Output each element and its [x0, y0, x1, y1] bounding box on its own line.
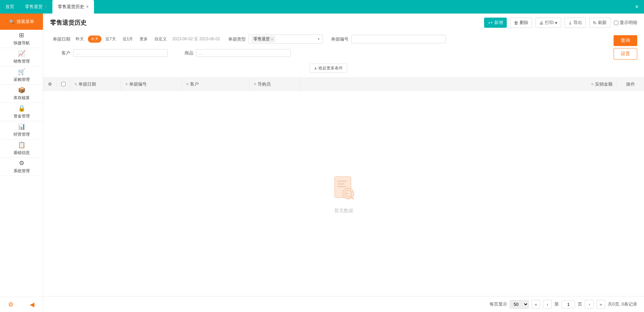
table-header: ⚙ ⇅ 单据日期 ⇅ 单据编号 ⇅ 客户 — [43, 78, 644, 91]
tab-retail-return-history-close[interactable]: × — [86, 4, 89, 9]
sidebar-item-operations-mgmt[interactable]: 📊 经营管理 — [0, 121, 43, 139]
sort-no-icon: ⇅ — [125, 82, 128, 86]
finance-icon: 🔒 — [18, 105, 25, 112]
settings-gear-icon: ⚙ — [8, 301, 14, 308]
tab-retail-return-history[interactable]: 零售退货历史 × — [52, 0, 94, 14]
goods-label: 商品 — [173, 50, 193, 56]
customer-select[interactable]: ... — [73, 49, 168, 57]
total-label: 共0页, 0条记录 — [608, 301, 637, 307]
customer-label: 客户 — [50, 50, 70, 56]
sidebar-item-quick-nav[interactable]: ⊞ 快捷导航 — [0, 30, 43, 48]
svg-rect-3 — [337, 186, 346, 187]
sidebar-search[interactable]: 🔍 搜索菜单 — [0, 14, 43, 30]
date-opt-more[interactable]: 更多 — [137, 36, 150, 43]
th-gear[interactable]: ⚙ — [43, 78, 57, 90]
date-opt-7days[interactable]: 近7天 — [103, 36, 119, 43]
th-guide[interactable]: ⇅ 导购员 — [249, 78, 300, 90]
query-btn[interactable]: 查询 — [614, 35, 637, 46]
per-page-select[interactable]: 50 20 100 — [510, 300, 529, 309]
basic-info-icon: 📋 — [18, 141, 25, 149]
collapse-icon: ◀ — [30, 301, 34, 308]
setting-btn[interactable]: 设置 — [614, 48, 637, 60]
collapse-up-icon: ∧ — [314, 66, 317, 71]
empty-text: 暂无数据 — [334, 208, 353, 214]
th-check[interactable] — [57, 78, 70, 90]
date-options: 昨天 今天 近7天 近1月 更多 自定义 2023-06-02 至 2023-0… — [73, 36, 220, 43]
refresh-icon: ↻ — [593, 20, 597, 25]
tab-retail-return-close[interactable]: × — [45, 4, 47, 9]
next-page-btn[interactable]: › — [585, 300, 594, 309]
export-btn[interactable]: ⤓ 导出 — [565, 18, 586, 28]
goods-select[interactable]: ... — [196, 49, 291, 57]
goods-field: 商品 ... — [173, 49, 291, 57]
sidebar-collapse-btn[interactable]: ◀ — [22, 297, 43, 312]
filter-cols: 单据日期 昨天 今天 近7天 近1月 更多 自定义 2023-06-02 至 2… — [50, 35, 607, 74]
new-btn[interactable]: + + 新增 — [484, 18, 507, 28]
page-header-top: 零售退货历史 + + 新增 🗑 删除 🖨 打印 ▾ — [50, 18, 637, 28]
filter-row-1: 单据日期 昨天 今天 近7天 近1月 更多 自定义 2023-06-02 至 2… — [50, 35, 607, 44]
next-page-icon: › — [589, 302, 590, 307]
print-dropdown-icon: ▾ — [555, 20, 557, 25]
svg-rect-2 — [337, 183, 345, 184]
tab-retail-return[interactable]: 零售退货 × — [20, 0, 52, 14]
toolbar: + + 新增 🗑 删除 🖨 打印 ▾ ⤓ 导出 — [484, 18, 637, 28]
goods-placeholder: ... — [199, 50, 203, 55]
first-page-icon: « — [535, 302, 537, 307]
th-amount[interactable]: ⇅ 实销金额 — [300, 78, 617, 90]
svg-rect-1 — [337, 181, 347, 182]
date-opt-1month[interactable]: 近1月 — [120, 36, 136, 43]
doc-type-field: 单据类型 零售退货 × ▾ — [225, 35, 323, 44]
sidebar-settings-btn[interactable]: ⚙ — [0, 297, 22, 312]
filter-actions: 查询 设置 — [614, 35, 637, 60]
sidebar-item-inventory[interactable]: 📦 库存核算 — [0, 85, 43, 103]
doc-no-input[interactable] — [351, 35, 446, 43]
date-field: 单据日期 昨天 今天 近7天 近1月 更多 自定义 2023-06-02 至 2… — [50, 36, 220, 43]
sort-date-icon: ⇅ — [74, 82, 77, 86]
doc-no-label: 单据编号 — [328, 36, 349, 42]
doc-type-dropdown-icon: ▾ — [318, 37, 320, 41]
doc-type-tag: 零售退货 × — [252, 36, 275, 42]
sidebar-item-finance-mgmt[interactable]: 🔒 资金管理 — [0, 103, 43, 121]
delete-icon: 🗑 — [514, 20, 518, 25]
quick-nav-icon: ⊞ — [19, 31, 24, 39]
refresh-btn[interactable]: ↻ 刷新 — [589, 18, 611, 28]
print-icon: 🖨 — [539, 20, 544, 25]
sales-icon: 📈 — [18, 50, 25, 57]
inventory-icon: 📦 — [18, 86, 25, 94]
main-layout: 🔍 搜索菜单 ⊞ 快捷导航 📈 销售管理 🛒 采购管理 📦 库存核算 🔒 资金管… — [0, 14, 644, 312]
pagination-bar: 每页显示 50 20 100 « ‹ 第 页 › » 共0页, 0条记录 — [43, 296, 644, 312]
date-opt-today[interactable]: 今天 — [88, 36, 101, 43]
date-opt-custom[interactable]: 自定义 — [152, 36, 169, 43]
sidebar-item-purchase-mgmt[interactable]: 🛒 采购管理 — [0, 66, 43, 85]
print-btn[interactable]: 🖨 打印 ▾ — [535, 18, 561, 28]
first-page-btn[interactable]: « — [531, 300, 540, 309]
export-icon: ⤓ — [568, 20, 572, 25]
sidebar-item-system-mgmt[interactable]: ⚙ 系统管理 — [0, 158, 43, 176]
page-title: 零售退货历史 — [50, 19, 87, 27]
date-range: 2023-06-02 至 2023-06-02 — [172, 36, 220, 42]
show-detail-checkbox[interactable]: 显示明细 — [614, 20, 637, 26]
page-label: 第 — [554, 301, 559, 307]
select-all-checkbox[interactable] — [61, 82, 66, 86]
sort-guide-icon: ⇅ — [254, 82, 256, 86]
collapse-btn[interactable]: ∧ 收起更多条件 — [310, 64, 347, 73]
sidebar-item-basic-info[interactable]: 📋 基础信息 — [0, 139, 43, 158]
th-date[interactable]: ⇅ 单据日期 — [70, 78, 121, 90]
page-input[interactable] — [562, 300, 575, 308]
show-detail-input[interactable] — [614, 21, 618, 25]
date-label: 单据日期 — [50, 36, 70, 42]
th-customer[interactable]: ⇅ 客户 — [182, 78, 249, 90]
top-bar-close-btn[interactable]: × — [629, 3, 644, 10]
prev-page-btn[interactable]: ‹ — [543, 300, 552, 309]
th-no[interactable]: ⇅ 单据编号 — [121, 78, 182, 90]
page-unit: 页 — [578, 301, 582, 307]
sidebar-item-sales-mgmt[interactable]: 📈 销售管理 — [0, 48, 43, 66]
last-page-btn[interactable]: » — [596, 300, 605, 309]
date-opt-yesterday[interactable]: 昨天 — [73, 36, 87, 43]
empty-illustration — [329, 173, 359, 204]
tab-home[interactable]: 首页 — [0, 0, 20, 14]
doc-type-tag-close[interactable]: × — [271, 37, 273, 41]
doc-type-select[interactable]: 零售退货 × ▾ — [248, 35, 323, 44]
delete-btn[interactable]: 🗑 删除 — [510, 18, 532, 28]
filter-area: 单据日期 昨天 今天 近7天 近1月 更多 自定义 2023-06-02 至 2… — [50, 32, 637, 77]
